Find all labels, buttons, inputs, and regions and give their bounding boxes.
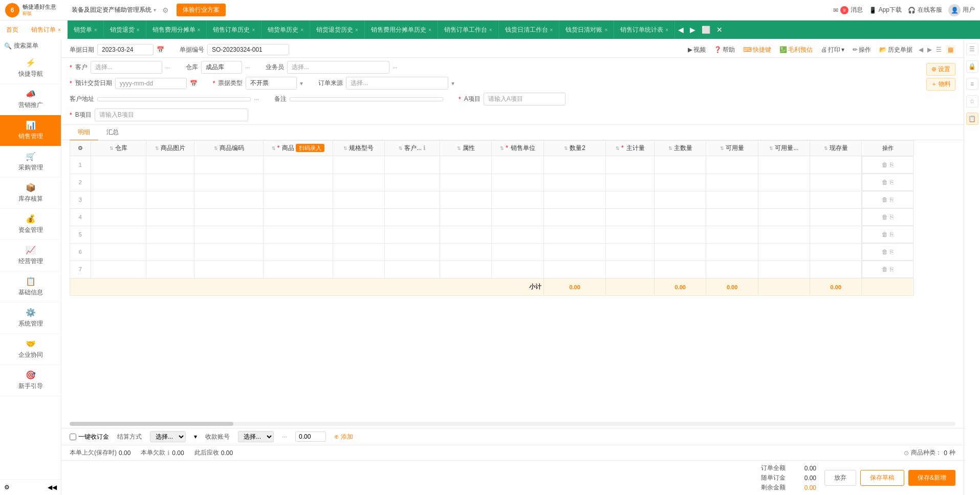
address-input[interactable] bbox=[97, 97, 251, 101]
tab-cash-workbench[interactable]: 钱货日清工作台 × bbox=[499, 20, 560, 39]
tab-close-icon[interactable]: × bbox=[94, 27, 97, 33]
th-attribute[interactable]: ⇅ 属性 bbox=[440, 141, 492, 156]
one-key-checkbox[interactable]: 一键收订金 bbox=[70, 433, 109, 441]
warehouse-input[interactable]: 成品库 bbox=[201, 61, 242, 74]
rs-icon-4[interactable]: ☆ bbox=[966, 95, 978, 107]
add-material-btn[interactable]: ＋ 物料 bbox=[926, 78, 955, 91]
tab-maximize-icon[interactable]: ⬜ bbox=[699, 20, 713, 39]
tab-close-icon[interactable]: × bbox=[58, 27, 61, 33]
tab-close-icon[interactable]: × bbox=[604, 27, 607, 33]
industry-btn[interactable]: 体验行业方案 bbox=[177, 4, 226, 16]
th-product[interactable]: ⇅ * 商品 扫码录入 bbox=[264, 141, 333, 156]
tab-close-icon[interactable]: × bbox=[137, 27, 140, 33]
rs-icon-3[interactable]: ≡ bbox=[966, 78, 978, 90]
tab-close-icon[interactable]: × bbox=[550, 27, 553, 33]
customer-more-icon[interactable]: ··· bbox=[165, 64, 170, 71]
sidebar-collapse-icon[interactable]: ◀◀ bbox=[48, 484, 57, 491]
print-btn[interactable]: 🖨 打印 ▾ bbox=[819, 45, 846, 55]
row-delete-icon[interactable]: 🗑 bbox=[882, 196, 888, 203]
sidebar-item-sales[interactable]: 📊 销售管理 bbox=[0, 115, 61, 146]
row-delete-icon[interactable]: 🗑 bbox=[882, 161, 888, 168]
row-delete-icon[interactable]: 🗑 bbox=[882, 248, 888, 255]
sidebar-item-guide[interactable]: 🎯 新手引导 bbox=[0, 365, 61, 396]
search-menu-btn[interactable]: 🔍 搜索菜单 bbox=[0, 39, 61, 53]
th-available[interactable]: ⇅ 可用量 bbox=[706, 141, 758, 156]
sidebar-item-inventory[interactable]: 📦 库存核算 bbox=[0, 178, 61, 209]
help-btn[interactable]: ❓ 帮助 bbox=[712, 45, 737, 55]
account-select[interactable]: 选择... bbox=[238, 431, 274, 442]
scrollbar-thumb[interactable] bbox=[70, 422, 233, 426]
operation-btn[interactable]: ✏ 操作 bbox=[851, 45, 873, 55]
row-copy-icon[interactable]: ⎘ bbox=[890, 161, 894, 168]
th-warehouse[interactable]: ⇅ 仓库 bbox=[91, 141, 146, 156]
product-count-icon[interactable]: ⊙ bbox=[904, 449, 909, 457]
add-payment-btn[interactable]: ⊕ 添加 bbox=[334, 433, 353, 441]
tab-cost-history[interactable]: 销售费用分摊单历史 × bbox=[365, 20, 438, 39]
sidebar-item-quick-nav[interactable]: ⚡ 快捷导航 bbox=[0, 53, 61, 84]
th-main-qty[interactable]: ⇅ 主数量 bbox=[655, 141, 706, 156]
delivery-input[interactable]: yyyy-mm-dd bbox=[115, 78, 187, 89]
nav-next-icon[interactable]: ▶ bbox=[927, 46, 932, 53]
calendar-icon[interactable]: 📅 bbox=[157, 46, 164, 53]
shortcut-btn[interactable]: ⌨ 快捷键 bbox=[741, 45, 773, 55]
customer-input[interactable]: 选择... bbox=[91, 61, 162, 74]
tab-close-icon[interactable]: × bbox=[355, 27, 358, 33]
warehouse-more-icon[interactable]: ··· bbox=[245, 64, 250, 71]
tab-sales-stats[interactable]: 销售订单统计表 × bbox=[614, 20, 675, 39]
history-btn[interactable]: 📂 历史单据 bbox=[877, 45, 914, 55]
tab-close-icon[interactable]: × bbox=[665, 27, 668, 33]
settings-icon[interactable]: ⚙ bbox=[159, 4, 171, 16]
settlement-select[interactable]: 选择... bbox=[150, 431, 186, 442]
tab-invoice-history[interactable]: 销货单历史 × bbox=[262, 20, 310, 39]
invoice-caret-icon[interactable]: ▾ bbox=[300, 80, 303, 87]
tab-sales-return[interactable]: 销货退货 × bbox=[104, 20, 146, 39]
row-copy-icon[interactable]: ⎘ bbox=[890, 179, 894, 186]
tab-order-history[interactable]: 销售订单历史 × bbox=[207, 20, 262, 39]
th-main-unit[interactable]: ⇅ * 主计量 bbox=[606, 141, 655, 156]
th-code[interactable]: ⇅ 商品编码 bbox=[194, 141, 264, 156]
view-btn[interactable]: ▶ 视频 bbox=[686, 45, 708, 55]
invoice-select[interactable]: 不开票 bbox=[246, 77, 297, 90]
th-image[interactable]: ⇅ 商品图片 bbox=[146, 141, 194, 156]
row-copy-icon[interactable]: ⎘ bbox=[890, 213, 894, 221]
tab-cash-reconcile[interactable]: 钱货日清对账 × bbox=[559, 20, 614, 39]
row-delete-icon[interactable]: 🗑 bbox=[882, 266, 888, 273]
row-copy-icon[interactable]: ⎘ bbox=[890, 248, 894, 255]
nav-prev-icon[interactable]: ◀ bbox=[919, 46, 923, 53]
row-delete-icon[interactable]: 🗑 bbox=[882, 179, 888, 186]
no-input[interactable]: SO-20230324-001 bbox=[207, 44, 289, 55]
tab-close-icon[interactable]: × bbox=[198, 27, 201, 33]
tab-sales-order[interactable]: 销售订单 × bbox=[25, 20, 68, 39]
sidebar-item-system[interactable]: ⚙️ 系统管理 bbox=[0, 303, 61, 334]
app-download-item[interactable]: 📱 App下载 bbox=[869, 6, 902, 14]
sidebar-item-basic[interactable]: 📋 基础信息 bbox=[0, 271, 61, 303]
tab-close-icon[interactable]: × bbox=[428, 27, 431, 33]
scrollbar-track[interactable] bbox=[70, 422, 955, 426]
tab-close-icon[interactable]: × bbox=[252, 27, 255, 33]
user-item[interactable]: 👤 用户 bbox=[948, 4, 975, 16]
tab-close-icon[interactable]: × bbox=[300, 27, 303, 33]
tab-prev-icon[interactable]: ◀ bbox=[675, 20, 687, 39]
one-key-checkbox-input[interactable] bbox=[70, 434, 76, 440]
save-new-btn[interactable]: 保存&新增 bbox=[908, 470, 955, 486]
tab-summary[interactable]: 汇总 bbox=[98, 125, 127, 141]
discard-btn[interactable]: 放弃 bbox=[824, 470, 856, 486]
rs-icon-5[interactable]: 📋 bbox=[966, 113, 978, 125]
row-copy-icon[interactable]: ⎘ bbox=[890, 231, 894, 238]
tab-detail[interactable]: 明细 bbox=[70, 125, 98, 141]
tab-next-icon[interactable]: ▶ bbox=[687, 20, 699, 39]
tab-close-icon[interactable]: × bbox=[489, 27, 492, 33]
staff-input[interactable]: 选择... bbox=[287, 61, 389, 74]
date-input[interactable]: 2023-03-24 bbox=[97, 44, 154, 55]
message-icon-item[interactable]: ✉ 9 消息 bbox=[833, 6, 863, 14]
grid-view-icon[interactable]: ▦ bbox=[946, 45, 955, 54]
tab-return-history[interactable]: 销货退货历史 × bbox=[310, 20, 365, 39]
tab-close-all-icon[interactable]: ✕ bbox=[713, 20, 726, 39]
staff-more-icon[interactable]: ··· bbox=[393, 64, 398, 71]
address-more-icon[interactable]: ··· bbox=[254, 96, 259, 103]
th-unit[interactable]: ⇅ * 销售单位 bbox=[492, 141, 543, 156]
row-delete-icon[interactable]: 🗑 bbox=[882, 231, 888, 238]
online-service-item[interactable]: 🎧 在线客服 bbox=[908, 6, 942, 14]
profit-btn[interactable]: 💹 毛利预估 bbox=[777, 45, 815, 55]
settings-btn[interactable]: ⊕ ⊕ 设置 设置 bbox=[926, 63, 955, 76]
